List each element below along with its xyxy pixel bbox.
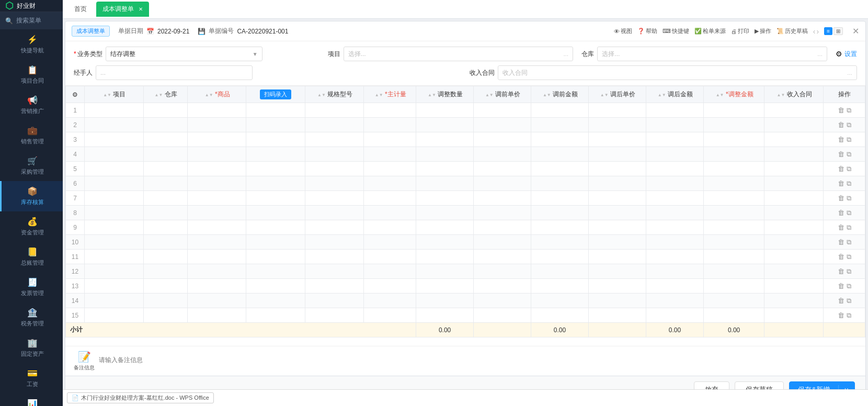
sort-icon[interactable]: ▲▼ <box>205 93 213 97</box>
sort-icon[interactable]: ▲▼ <box>658 93 666 97</box>
cell-pre-amount[interactable] <box>531 264 589 279</box>
delete-row-icon[interactable]: 🗑 <box>838 223 844 231</box>
cell-product[interactable] <box>187 132 246 147</box>
cell-adj-amount[interactable] <box>703 235 764 250</box>
cell-warehouse[interactable] <box>143 308 187 323</box>
cell-spec[interactable] <box>305 162 364 176</box>
cell-post-amount[interactable] <box>646 176 703 191</box>
cell-pre-amount[interactable] <box>531 220 589 235</box>
view-btn[interactable]: 👁 视图 <box>614 27 632 35</box>
delete-row-icon[interactable]: 🗑 <box>838 267 844 275</box>
sort-icon[interactable]: ▲▼ <box>317 93 326 97</box>
cell-warehouse[interactable] <box>143 235 187 250</box>
income-contract-input[interactable]: 收入合同 … <box>498 65 857 80</box>
prev-arrow[interactable]: ‹ <box>813 27 816 36</box>
cell-warehouse[interactable] <box>143 206 187 220</box>
cell-unit[interactable] <box>364 176 416 191</box>
cell-pre-price[interactable] <box>474 118 531 132</box>
cell-pre-amount[interactable] <box>531 206 589 220</box>
cell-post-price[interactable] <box>588 162 646 176</box>
check-btn[interactable]: ✅ 检单来源 <box>694 27 726 35</box>
cell-unit[interactable] <box>364 235 416 250</box>
cell-post-price[interactable] <box>588 118 646 132</box>
scan-input-btn[interactable]: 扫码录入 <box>260 89 291 99</box>
cell-adj-amount[interactable] <box>703 250 764 264</box>
tab-close-icon[interactable]: ✕ <box>139 6 143 12</box>
cell-income-contract[interactable] <box>764 147 824 162</box>
cell-warehouse[interactable] <box>143 191 187 206</box>
cell-warehouse[interactable] <box>143 147 187 162</box>
cell-adj-qty[interactable] <box>416 235 474 250</box>
delete-row-icon[interactable]: 🗑 <box>838 106 844 114</box>
cell-adj-qty[interactable] <box>416 206 474 220</box>
cell-spec[interactable] <box>305 176 364 191</box>
cell-project[interactable] <box>85 132 144 147</box>
cell-income-contract[interactable] <box>764 308 824 323</box>
cell-project[interactable] <box>85 308 144 323</box>
cell-pre-price[interactable] <box>474 103 531 118</box>
cell-income-contract[interactable] <box>764 250 824 264</box>
cell-post-price[interactable] <box>588 191 646 206</box>
cell-adj-amount[interactable] <box>703 220 764 235</box>
copy-row-icon[interactable]: ⧉ <box>847 106 851 115</box>
cell-post-price[interactable] <box>588 132 646 147</box>
copy-row-icon[interactable]: ⧉ <box>847 282 851 290</box>
cell-adj-amount[interactable] <box>703 294 764 308</box>
cell-adj-qty[interactable] <box>416 147 474 162</box>
cell-income-contract[interactable] <box>764 176 824 191</box>
cell-warehouse[interactable] <box>143 279 187 294</box>
copy-row-icon[interactable]: ⧉ <box>847 297 851 305</box>
cell-post-amount[interactable] <box>646 264 703 279</box>
doc-close-btn[interactable]: ✕ <box>852 26 859 36</box>
sidebar-item-ledger[interactable]: 📒 总账管理 <box>0 242 63 272</box>
delete-row-icon[interactable]: 🗑 <box>838 121 844 129</box>
cell-pre-price[interactable] <box>474 264 531 279</box>
cell-project[interactable] <box>85 294 144 308</box>
cell-adj-qty[interactable] <box>416 220 474 235</box>
delete-row-icon[interactable]: 🗑 <box>838 238 844 246</box>
cell-project[interactable] <box>85 235 144 250</box>
cell-unit[interactable] <box>364 118 416 132</box>
cell-pre-price[interactable] <box>474 132 531 147</box>
cell-adj-amount[interactable] <box>703 191 764 206</box>
cell-post-amount[interactable] <box>646 206 703 220</box>
cell-spec[interactable] <box>305 132 364 147</box>
cell-warehouse[interactable] <box>143 103 187 118</box>
help-btn[interactable]: ❓ 帮助 <box>637 27 657 35</box>
cell-income-contract[interactable] <box>764 294 824 308</box>
cell-product[interactable] <box>187 147 246 162</box>
cell-project[interactable] <box>85 103 144 118</box>
cell-scan[interactable] <box>246 103 305 118</box>
cell-income-contract[interactable] <box>764 191 824 206</box>
copy-row-icon[interactable]: ⧉ <box>847 136 851 144</box>
cell-adj-qty[interactable] <box>416 118 474 132</box>
cell-warehouse[interactable] <box>143 176 187 191</box>
cell-pre-amount[interactable] <box>531 250 589 264</box>
cell-post-amount[interactable] <box>646 250 703 264</box>
cell-pre-price[interactable] <box>474 308 531 323</box>
copy-row-icon[interactable]: ⧉ <box>847 311 851 320</box>
cell-adj-amount[interactable] <box>703 147 764 162</box>
warehouse-input[interactable]: 选择... … <box>597 47 827 61</box>
cell-spec[interactable] <box>305 250 364 264</box>
cell-post-price[interactable] <box>588 264 646 279</box>
cell-unit[interactable] <box>364 279 416 294</box>
delete-row-icon[interactable]: 🗑 <box>838 297 844 304</box>
cell-pre-price[interactable] <box>474 191 531 206</box>
cell-unit[interactable] <box>364 147 416 162</box>
cell-spec[interactable] <box>305 206 364 220</box>
cell-product[interactable] <box>187 294 246 308</box>
cell-pre-amount[interactable] <box>531 162 589 176</box>
cell-spec[interactable] <box>305 308 364 323</box>
cell-adj-amount[interactable] <box>703 103 764 118</box>
cell-post-price[interactable] <box>588 147 646 162</box>
cell-unit[interactable] <box>364 132 416 147</box>
cell-post-amount[interactable] <box>646 147 703 162</box>
cell-income-contract[interactable] <box>764 235 824 250</box>
right-handle[interactable]: ◀ <box>865 197 866 228</box>
business-type-input[interactable]: 结存调整 ▼ <box>106 47 262 61</box>
cell-post-price[interactable] <box>588 294 646 308</box>
cell-unit[interactable] <box>364 264 416 279</box>
delete-row-icon[interactable]: 🗑 <box>838 282 844 290</box>
sort-icon[interactable]: ▲▼ <box>600 93 609 97</box>
